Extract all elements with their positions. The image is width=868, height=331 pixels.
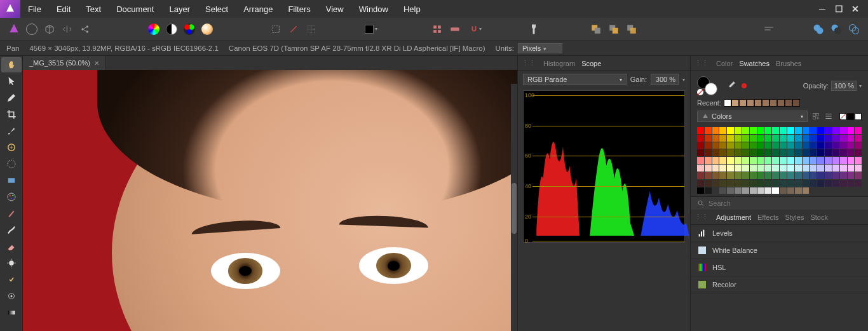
palette-swatch[interactable] (750, 165, 757, 172)
target-icon[interactable] (24, 22, 39, 37)
tab-effects[interactable]: Effects (757, 213, 778, 221)
menu-layer[interactable]: Layer (161, 0, 198, 18)
palette-swatch[interactable] (840, 135, 847, 142)
palette-swatch[interactable] (803, 187, 810, 194)
document-tab[interactable]: _MG_3515 (50.0%) ✕ (23, 56, 106, 70)
crop-tool[interactable] (1, 107, 22, 122)
palette-swatch[interactable] (825, 135, 832, 142)
palette-swatch[interactable] (840, 127, 847, 134)
palette-swatch[interactable] (832, 157, 839, 164)
palette-swatch[interactable] (803, 142, 810, 149)
palette-swatch[interactable] (855, 157, 862, 164)
tab-brushes[interactable]: Brushes (776, 60, 801, 67)
palette-swatch[interactable] (787, 135, 794, 142)
palette-swatch[interactable] (848, 165, 855, 172)
palette-swatch[interactable] (787, 180, 794, 187)
palette-swatch[interactable] (764, 127, 771, 134)
palette-swatch[interactable] (719, 165, 726, 172)
palette-swatch[interactable] (817, 157, 824, 164)
canvas-viewport[interactable] (23, 70, 517, 331)
gradient-circle-icon[interactable] (200, 22, 215, 37)
palette-swatch[interactable] (757, 172, 764, 179)
palette-swatch[interactable] (848, 180, 855, 187)
palette-swatch[interactable] (803, 165, 810, 172)
gain-stepper-icon[interactable]: ▾ (682, 77, 685, 83)
palette-swatch[interactable] (825, 157, 832, 164)
gain-value-input[interactable]: 300 % (651, 74, 679, 85)
palette-swatch[interactable] (750, 187, 757, 194)
palette-swatch[interactable] (742, 165, 749, 172)
palette-swatch[interactable] (735, 149, 742, 156)
color-wheel-icon[interactable] (146, 22, 161, 37)
boolean-add-icon[interactable] (811, 22, 826, 37)
palette-swatch[interactable] (697, 172, 704, 179)
palette-swatch[interactable] (697, 187, 704, 194)
corner-swatch[interactable] (839, 113, 846, 120)
vertical-scrollbar[interactable] (511, 84, 517, 331)
palette-swatch[interactable] (705, 149, 712, 156)
boolean-intersect-icon[interactable] (846, 22, 862, 37)
palette-swatch[interactable] (840, 165, 847, 172)
palette-swatch[interactable] (727, 135, 734, 142)
palette-swatch[interactable] (735, 172, 742, 179)
menu-view[interactable]: View (318, 0, 351, 18)
palette-swatch[interactable] (810, 135, 817, 142)
contrast-icon[interactable] (164, 22, 179, 37)
retouch-tool[interactable] (1, 288, 22, 304)
palette-swatch[interactable] (795, 135, 802, 142)
tab-color[interactable]: Color (716, 60, 733, 67)
palette-swatch[interactable] (855, 135, 862, 142)
palette-swatch[interactable] (803, 135, 810, 142)
pen-tool[interactable] (1, 90, 22, 105)
menu-document[interactable]: Document (109, 0, 161, 18)
palette-swatch[interactable] (825, 165, 832, 172)
add-swatch-icon[interactable] (811, 112, 820, 121)
menu-file[interactable]: File (20, 0, 49, 18)
menu-arrange[interactable]: Arrange (236, 0, 280, 18)
ruler-icon[interactable] (447, 22, 463, 37)
palette-swatch[interactable] (719, 142, 726, 149)
adjustment-recolor[interactable]: Recolor (691, 276, 868, 294)
panel-grip-icon[interactable]: ⋮⋮ (695, 213, 709, 221)
palette-swatch[interactable] (772, 135, 779, 142)
grid-icon[interactable] (430, 22, 445, 37)
palette-swatch[interactable] (772, 180, 779, 187)
palette-swatch[interactable] (764, 157, 771, 164)
arrange-front-icon[interactable] (606, 22, 621, 37)
menu-help[interactable]: Help (396, 0, 428, 18)
marquee-tool[interactable] (1, 156, 22, 172)
palette-swatch[interactable] (742, 142, 749, 149)
palette-swatch[interactable] (764, 165, 771, 172)
palette-swatch[interactable] (712, 157, 719, 164)
palette-swatch[interactable] (750, 157, 757, 164)
palette-swatch[interactable] (705, 142, 712, 149)
swatch-search-input[interactable] (709, 199, 862, 207)
recent-swatch[interactable] (747, 99, 754, 107)
palette-swatch[interactable] (840, 180, 847, 187)
palette-swatch[interactable] (742, 172, 749, 179)
boolean-subtract-icon[interactable] (829, 22, 844, 37)
palette-swatch[interactable] (719, 127, 726, 134)
palette-swatch[interactable] (742, 180, 749, 187)
palette-swatch[interactable] (712, 135, 719, 142)
recent-swatch[interactable] (770, 99, 777, 107)
palette-swatch[interactable] (810, 172, 817, 179)
palette-swatch[interactable] (825, 172, 832, 179)
palette-swatch[interactable] (735, 142, 742, 149)
palette-swatch[interactable] (787, 142, 794, 149)
palette-swatch[interactable] (803, 149, 810, 156)
palette-swatch[interactable] (727, 187, 734, 194)
palette-swatch[interactable] (825, 142, 832, 149)
palette-swatch[interactable] (832, 172, 839, 179)
palette-swatch[interactable] (848, 157, 855, 164)
palette-swatch[interactable] (697, 135, 704, 142)
palette-swatch[interactable] (780, 149, 787, 156)
tab-stock[interactable]: Stock (810, 213, 828, 221)
palette-swatch[interactable] (787, 172, 794, 179)
eyedropper-icon[interactable] (725, 80, 736, 91)
mirror-icon[interactable] (60, 22, 75, 37)
palette-swatch[interactable] (742, 157, 749, 164)
palette-swatch[interactable] (750, 172, 757, 179)
palette-swatch[interactable] (832, 149, 839, 156)
hand-tool[interactable] (1, 57, 22, 72)
